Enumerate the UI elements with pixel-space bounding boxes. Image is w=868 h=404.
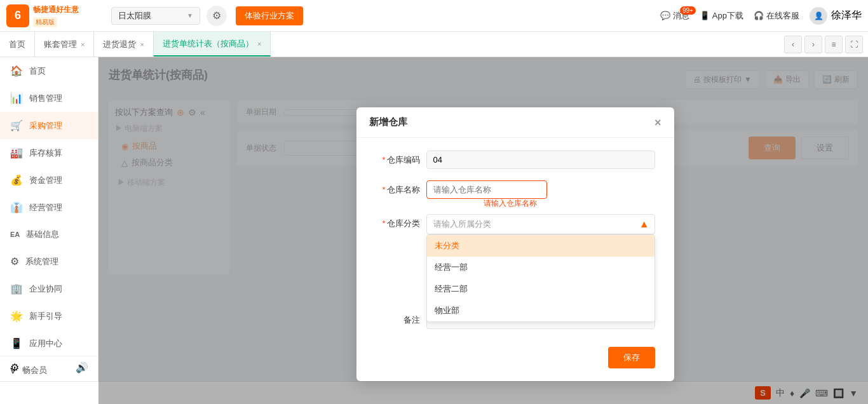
user-avatar: 👤 (810, 7, 827, 25)
system-icon: ⚙ (10, 255, 19, 267)
dropdown-item-property[interactable]: 物业部 (427, 300, 654, 321)
store-name: 日太阳膜 (118, 10, 151, 22)
user-area[interactable]: 👤 徐泽华 (810, 7, 862, 25)
tab-account-close[interactable]: × (81, 41, 85, 48)
name-error-msg: 请输入仓库名称 (484, 198, 537, 209)
sidebar-bottom: ⚙ 🔊 (0, 356, 98, 379)
tab-purchase-return[interactable]: 进货退货 × (94, 32, 153, 57)
trial-button[interactable]: 体验行业方案 (236, 6, 303, 25)
tab-purchase-return-label: 进货退货 (103, 39, 136, 50)
category-placeholder: 请输入所属分类 (433, 219, 491, 229)
enterprise-icon: 🏢 (10, 283, 23, 295)
settings-icon[interactable]: ⚙ (10, 361, 19, 374)
logo-area: 6 畅捷通好生意 精易版 (6, 4, 105, 27)
message-badge: 99+ (680, 6, 696, 15)
message-item[interactable]: 💬 消息 99+ (660, 10, 689, 22)
tab-fullscreen-btn[interactable]: ⛶ (845, 36, 863, 53)
sidebar-item-guide[interactable]: 🌟 新手引导 (0, 302, 98, 330)
main-layout: 🏠 首页 📊 销售管理 🛒 采购管理 🏭 库存核算 💰 资金管理 👔 经营管理 … (0, 57, 868, 404)
volume-icon[interactable]: 🔊 (76, 361, 88, 374)
tab-menu-btn[interactable]: ≡ (825, 36, 843, 53)
modal-body: *仓库编码 *仓库名称 请输入仓库名称 (356, 138, 674, 347)
message-icon: 💬 (660, 11, 670, 20)
modal-header: 新增仓库 × (356, 107, 674, 138)
sidebar-item-basic[interactable]: EA 基础信息 (0, 221, 98, 248)
guide-icon: 🌟 (10, 310, 23, 322)
sidebar-operation-label: 经营管理 (29, 202, 62, 213)
name-label: *仓库名称 (376, 180, 426, 196)
basic-icon: EA (10, 231, 20, 238)
sidebar-item-system[interactable]: ⚙ 系统管理 (0, 248, 98, 275)
new-warehouse-modal: 新增仓库 × *仓库编码 *仓库名称 (356, 107, 674, 381)
store-arrow-icon: ▼ (187, 12, 193, 19)
tab-purchase-stats-close[interactable]: × (257, 40, 261, 48)
name-input-wrap: 请输入仓库名称 (426, 180, 655, 199)
headset-icon: 🎧 (754, 11, 764, 20)
dropdown-arrow-icon: ▲ (639, 219, 649, 230)
top-bar: 6 畅捷通好生意 精易版 日太阳膜 ▼ ⚙ 体验行业方案 💬 消息 99+ 📱 … (0, 0, 868, 32)
online-service-label: 在线客服 (766, 10, 799, 22)
tab-home-label: 首页 (9, 39, 25, 50)
inventory-icon: 🏭 (10, 147, 23, 159)
logo-icon: 6 (6, 4, 29, 27)
app-center-icon: 📱 (10, 337, 23, 349)
sidebar-app-label: 应用中心 (29, 338, 62, 349)
username-label: 徐泽华 (831, 9, 862, 22)
operation-icon: 👔 (10, 201, 23, 213)
category-dropdown[interactable]: 请输入所属分类 ▲ (426, 214, 655, 234)
sidebar-item-sales[interactable]: 📊 销售管理 (0, 84, 98, 112)
purchase-icon: 🛒 (10, 119, 23, 131)
online-service-item[interactable]: 🎧 在线客服 (754, 10, 799, 22)
sidebar-item-purchase[interactable]: 🛒 采购管理 (0, 112, 98, 139)
finance-icon: 💰 (10, 174, 23, 186)
sidebar-guide-label: 新手引导 (29, 311, 62, 322)
tab-nav-right-btn[interactable]: › (804, 36, 822, 53)
tab-nav-left-btn[interactable]: ‹ (784, 36, 802, 53)
sidebar-item-enterprise[interactable]: 🏢 企业协同 (0, 275, 98, 302)
content-area: 进货单统计(按商品) 🖨 按模板打印 ▼ 📤 导出 🔄 刷新 (98, 57, 868, 404)
modal-title: 新增仓库 (369, 116, 407, 128)
sidebar-item-app[interactable]: 📱 应用中心 (0, 330, 98, 357)
gear-button[interactable]: ⚙ (207, 6, 227, 26)
sidebar-inventory-label: 库存核算 (29, 147, 62, 159)
category-label: *仓库分类 (376, 214, 426, 229)
category-input-wrap: 请输入所属分类 ▲ 未分类 经营一部 经营二部 物业部 (426, 214, 655, 234)
name-input[interactable] (426, 180, 547, 199)
tab-home[interactable]: 首页 (0, 32, 35, 57)
sidebar-item-operation[interactable]: 👔 经营管理 (0, 194, 98, 221)
sidebar: 🏠 首页 📊 销售管理 🛒 采购管理 🏭 库存核算 💰 资金管理 👔 经营管理 … (0, 57, 98, 404)
remark-label: 备注 (376, 311, 426, 326)
modal-close-btn[interactable]: × (654, 117, 661, 128)
code-input[interactable] (426, 151, 655, 169)
tab-purchase-stats-label: 进货单统计表（按商品） (163, 38, 254, 50)
modal-footer: 保存 (356, 347, 674, 368)
sidebar-enterprise-label: 企业协同 (29, 283, 62, 295)
tab-account[interactable]: 账套管理 × (35, 32, 94, 57)
dropdown-item-dept2[interactable]: 经营二部 (427, 278, 654, 300)
dropdown-item-dept1[interactable]: 经营一部 (427, 257, 654, 278)
sidebar-system-label: 系统管理 (25, 256, 58, 267)
app-download-item[interactable]: 📱 App下载 (700, 10, 743, 22)
home-icon: 🏠 (10, 65, 23, 77)
tab-right-btns: ‹ › ≡ ⛶ (784, 36, 868, 53)
sidebar-item-finance[interactable]: 💰 资金管理 (0, 166, 98, 194)
category-field-row: *仓库分类 请输入所属分类 ▲ 未分类 经营一部 经营二部 物业部 (376, 214, 655, 234)
tab-account-label: 账套管理 (44, 39, 77, 50)
sidebar-finance-label: 资金管理 (29, 175, 62, 186)
sales-icon: 📊 (10, 92, 23, 104)
sidebar-item-inventory[interactable]: 🏭 库存核算 (0, 139, 98, 166)
tab-purchase-stats[interactable]: 进货单统计表（按商品） × (154, 32, 271, 57)
code-field-row: *仓库编码 (376, 151, 655, 169)
sidebar-purchase-label: 采购管理 (29, 120, 62, 131)
tab-purchase-return-close[interactable]: × (140, 41, 144, 48)
sidebar-home-label: 首页 (29, 65, 46, 77)
dropdown-item-unclassified[interactable]: 未分类 (427, 235, 654, 257)
logo-text: 畅捷通好生意 精易版 (33, 4, 79, 27)
code-label: *仓库编码 (376, 151, 426, 166)
sidebar-sales-label: 销售管理 (29, 93, 62, 104)
app-icon: 📱 (700, 11, 710, 20)
top-right: 💬 消息 99+ 📱 App下载 🎧 在线客服 👤 徐泽华 (660, 7, 862, 25)
sidebar-item-home[interactable]: 🏠 首页 (0, 57, 98, 84)
store-selector[interactable]: 日太阳膜 ▼ (111, 7, 200, 25)
save-button[interactable]: 保存 (608, 347, 655, 368)
